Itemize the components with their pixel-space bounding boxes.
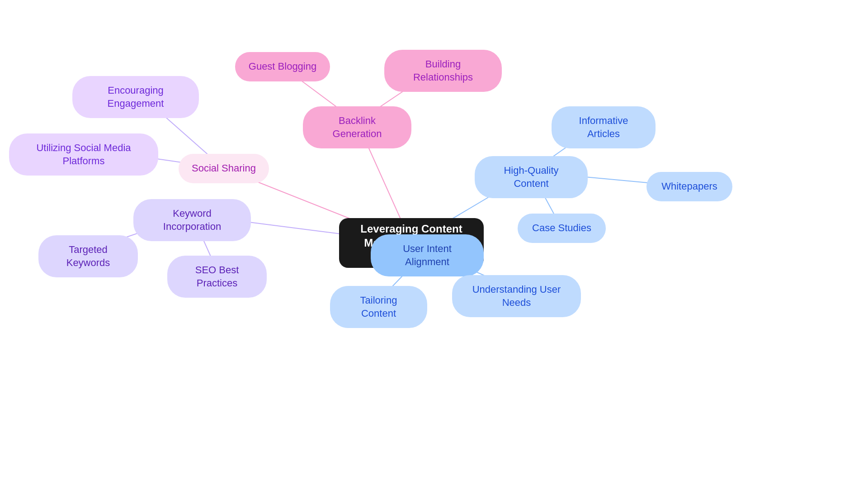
node-understanding_user_needs[interactable]: Understanding User Needs: [452, 275, 581, 317]
node-targeted_keywords[interactable]: Targeted Keywords: [38, 235, 138, 277]
node-backlink_generation[interactable]: Backlink Generation: [303, 106, 411, 148]
node-whitepapers[interactable]: Whitepapers: [646, 172, 732, 201]
node-guest_blogging[interactable]: Guest Blogging: [235, 52, 330, 81]
node-social_sharing[interactable]: Social Sharing: [179, 154, 269, 183]
node-building_relationships[interactable]: Building Relationships: [384, 50, 502, 92]
node-high_quality_content[interactable]: High-Quality Content: [475, 156, 588, 198]
node-informative_articles[interactable]: Informative Articles: [552, 106, 656, 148]
node-utilizing_social_media[interactable]: Utilizing Social Media Platforms: [9, 133, 158, 176]
node-encouraging_engagement[interactable]: Encouraging Engagement: [72, 76, 199, 118]
node-user_intent_alignment[interactable]: User Intent Alignment: [371, 234, 484, 276]
node-keyword_incorporation[interactable]: Keyword Incorporation: [133, 199, 251, 241]
node-tailoring_content[interactable]: Tailoring Content: [330, 286, 427, 328]
node-seo_best_practices[interactable]: SEO Best Practices: [167, 256, 267, 298]
node-case_studies[interactable]: Case Studies: [518, 214, 606, 243]
mind-map-container: Leveraging Content Marketing for SEO Per…: [0, 0, 868, 490]
